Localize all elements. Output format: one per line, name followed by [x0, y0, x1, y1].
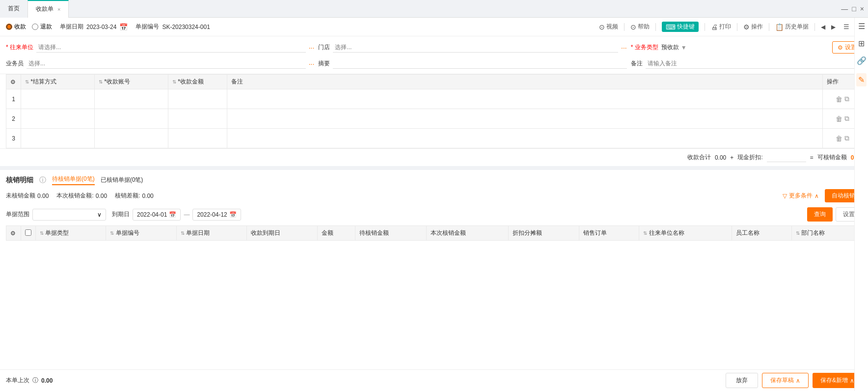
- row-1-copy-icon[interactable]: ⧉: [844, 95, 849, 103]
- row-num-1: 1: [6, 89, 21, 109]
- win-minimize-icon[interactable]: —: [841, 5, 848, 13]
- pending-tab[interactable]: 待核销单据(0笔): [52, 175, 95, 185]
- video-btn[interactable]: ⊙ 视频: [599, 23, 618, 31]
- row-3-payment[interactable]: [21, 129, 95, 148]
- row-1-delete-icon[interactable]: 🗑: [836, 95, 842, 103]
- col-amount: 金额: [318, 226, 355, 241]
- win-close-icon[interactable]: ×: [860, 5, 864, 13]
- refund-radio[interactable]: 退款: [32, 23, 52, 31]
- row-2-delete-icon[interactable]: 🗑: [836, 115, 842, 123]
- row-2-account[interactable]: [95, 109, 168, 129]
- more-conditions-btn[interactable]: ▽ 更多条件 ∧: [783, 192, 819, 200]
- row-1-remark[interactable]: [227, 89, 823, 109]
- form-area: * 往来单位 ··· 门店 ··· * 业务类型 预收款 ▼ ⚙ 设置: [0, 36, 868, 74]
- shortcut-btn[interactable]: ⌨ 快捷键: [662, 22, 699, 32]
- row-2-copy-icon[interactable]: ⧉: [844, 114, 849, 123]
- prev-doc-icon: ◀: [821, 24, 825, 30]
- row-3-copy-icon[interactable]: ⧉: [844, 134, 849, 142]
- col-settings-header-2[interactable]: ⚙: [6, 226, 21, 241]
- right-panel-icon-2[interactable]: ⊞: [858, 39, 865, 48]
- print-btn[interactable]: 🖨 打印: [711, 23, 731, 31]
- store-field: 门店 ···: [318, 42, 626, 53]
- footer-buttons: 放弃 保存草稿 ∧ 保存&新增 ∧: [726, 373, 862, 388]
- ops-label: 操作: [751, 23, 763, 31]
- store-more-icon[interactable]: ···: [621, 44, 627, 52]
- next-doc-btn[interactable]: ▶: [831, 24, 836, 30]
- uncanceled-val: 0.00: [37, 193, 49, 199]
- save-draft-chevron-icon: ∧: [796, 377, 800, 384]
- salesperson-input[interactable]: [27, 58, 306, 69]
- salesperson-field: 业务员 ···: [6, 58, 314, 69]
- date-to-picker[interactable]: 2022-04-12 📅: [192, 209, 241, 221]
- section-divider: [0, 166, 868, 170]
- table-settings-icon[interactable]: ⚙: [10, 79, 16, 85]
- abstract-label: 摘要: [318, 59, 330, 68]
- select-all-checkbox[interactable]: [25, 229, 31, 236]
- row-2-remark[interactable]: [227, 109, 823, 129]
- history-btn[interactable]: 📋 历史单据: [775, 23, 809, 31]
- ops-btn[interactable]: ⚙ 操作: [743, 23, 763, 31]
- query-button[interactable]: 查询: [807, 207, 833, 222]
- row-1-account[interactable]: [95, 89, 168, 109]
- prev-doc-btn[interactable]: ◀: [821, 24, 825, 30]
- right-panel-icon-1[interactable]: ☰: [858, 22, 865, 31]
- doc-num-value: SK-20230324-001: [162, 24, 210, 30]
- store-input[interactable]: [333, 42, 618, 53]
- uncanceled-label: 未核销金额: [6, 192, 35, 200]
- row-1-amount[interactable]: [168, 89, 227, 109]
- row-3-amount[interactable]: [168, 129, 227, 148]
- save-draft-button[interactable]: 保存草稿 ∧: [762, 373, 809, 388]
- row-1-payment[interactable]: [21, 89, 95, 109]
- biz-type-select[interactable]: 预收款 ▼: [661, 43, 829, 52]
- print-icon: 🖨: [711, 23, 718, 31]
- range-select[interactable]: ∨: [32, 209, 106, 221]
- row-3-account[interactable]: [95, 129, 168, 148]
- tab-receipt[interactable]: 收款单 ×: [27, 0, 69, 18]
- discount-input[interactable]: [767, 153, 806, 162]
- receipt-radio[interactable]: 收款: [6, 23, 26, 31]
- receipt-table: ⚙ ⇅ *结算方式 ⇅ *收款账号 ⇅ *收款金额 备注: [6, 74, 862, 148]
- biz-type-val: 预收款: [661, 43, 679, 52]
- video-label: 视频: [606, 23, 618, 31]
- col-checkbox-header[interactable]: [21, 226, 36, 241]
- abandon-button[interactable]: 放弃: [726, 373, 758, 388]
- right-panel-icon-3[interactable]: 🔗: [857, 56, 867, 65]
- remark-field: 备注: [631, 58, 862, 69]
- table2-settings-icon[interactable]: ⚙: [10, 230, 16, 237]
- row-3-delete-icon[interactable]: 🗑: [836, 135, 842, 142]
- due-date-field: 到期日 2022-04-01 📅 — 2022-04-12 📅: [112, 209, 241, 221]
- range-label: 单据范围: [6, 210, 29, 219]
- tab-close-icon[interactable]: ×: [57, 6, 60, 12]
- total-val: 0.00: [715, 154, 726, 161]
- counterpart-more-icon[interactable]: ···: [309, 44, 315, 52]
- row-2-payment[interactable]: [21, 109, 95, 129]
- row-2-amount[interactable]: [168, 109, 227, 129]
- row-3-remark[interactable]: [227, 129, 823, 148]
- calendar-icon[interactable]: 📅: [119, 23, 128, 31]
- win-maximize-icon[interactable]: □: [852, 5, 856, 13]
- doc-date-value: 2023-03-24: [86, 24, 116, 30]
- col-employee: 员工名称: [732, 226, 791, 241]
- hexiao-info-icon[interactable]: ⓘ: [39, 176, 46, 185]
- table-row: 3 🗑 ⧉: [6, 129, 862, 148]
- counterpart-label: * 往来单位: [6, 43, 33, 52]
- list-layout-icon[interactable]: ☰: [841, 22, 851, 32]
- receipt-table-section: ⚙ ⇅ *结算方式 ⇅ *收款账号 ⇅ *收款金额 备注: [0, 74, 868, 148]
- right-panel-icon-4[interactable]: ✎: [856, 73, 867, 86]
- biz-type-field: * 业务类型 预收款 ▼ ⚙ 设置: [631, 41, 862, 54]
- abstract-input[interactable]: [333, 58, 626, 69]
- help-btn[interactable]: ⊙ 帮助: [630, 23, 650, 31]
- tab-home[interactable]: 首页: [0, 0, 27, 18]
- counterpart-input[interactable]: [36, 42, 306, 53]
- col-payment-method-header: ⇅ *结算方式: [21, 75, 95, 89]
- col-settings-header[interactable]: ⚙: [6, 75, 21, 89]
- remark-input[interactable]: [646, 58, 862, 69]
- biz-type-label: * 业务类型: [631, 43, 658, 52]
- date-from-picker[interactable]: 2022-04-01 📅: [133, 209, 181, 221]
- form-row-2: 业务员 ··· 摘要 备注: [6, 58, 862, 69]
- col-due-date: 收款到期日: [246, 226, 318, 241]
- salesperson-more-icon[interactable]: ···: [309, 60, 315, 68]
- counterpart-field: * 往来单位 ···: [6, 42, 314, 53]
- plus-sign: +: [730, 154, 733, 161]
- done-tab[interactable]: 已核销单据(0笔): [101, 176, 143, 184]
